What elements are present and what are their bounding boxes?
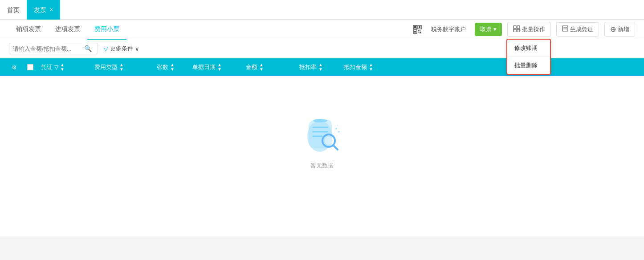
add-button[interactable]: ⊕ 新增 [604, 22, 635, 37]
th-date[interactable]: 单据日期 ▲▼ [189, 63, 242, 72]
svg-rect-11 [517, 26, 520, 28]
nav-home[interactable]: 首页 [0, 0, 27, 20]
th-voucher[interactable]: 凭证 ▽ ▲▼ [37, 63, 91, 72]
tax-account-button[interactable]: 税务数字账户 [428, 25, 469, 33]
batch-dropdown-menu: 修改账期 批量删除 [506, 39, 551, 75]
qr-icon [412, 24, 422, 34]
svg-rect-7 [420, 30, 420, 31]
search-input[interactable] [13, 45, 84, 52]
take-ticket-arrow: ▾ [493, 26, 497, 32]
th-checkbox[interactable] [23, 64, 37, 70]
dropdown-item-batch-delete[interactable]: 批量删除 [507, 57, 550, 74]
more-filter-arrow: ∨ [135, 45, 139, 52]
settings-icon[interactable]: ⚙ [12, 64, 17, 71]
th-deduct-amount-sort-icon[interactable]: ▲▼ [369, 63, 373, 72]
add-icon: ⊕ [610, 25, 616, 33]
th-deduct-rate-label: 抵扣率 [299, 63, 317, 71]
svg-rect-13 [517, 29, 520, 32]
search-icon[interactable]: 🔍 [84, 45, 92, 52]
svg-rect-9 [420, 32, 421, 33]
th-voucher-sort-icon[interactable]: ▲▼ [60, 63, 65, 72]
batch-op-label: 批量操作 [522, 25, 545, 33]
svg-rect-8 [418, 32, 419, 32]
th-deduct-amount-label: 抵扣金额 [344, 63, 367, 71]
th-date-label: 单据日期 [192, 63, 216, 71]
add-label: 新增 [618, 25, 629, 33]
more-filter-label: 更多条件 [110, 45, 133, 53]
sub-nav-tabs: 销项发票 进项发票 费用小票 [9, 19, 126, 40]
th-expense-type[interactable]: 费用类型 ▲▼ [91, 63, 153, 72]
gen-icon-svg [562, 25, 568, 32]
svg-point-24 [337, 125, 338, 126]
tab-sales-invoice[interactable]: 销项发票 [9, 19, 48, 40]
svg-rect-6 [418, 30, 419, 31]
tab-expense-receipt[interactable]: 费用小票 [87, 19, 126, 40]
nav-tab-invoice[interactable]: 发票 × [27, 0, 60, 20]
batch-icon-svg [513, 25, 520, 32]
svg-point-18 [313, 119, 327, 122]
tab-input-invoice[interactable]: 进项发票 [48, 19, 87, 40]
svg-rect-3 [419, 26, 420, 28]
gen-voucher-button[interactable]: 生成凭证 [556, 22, 599, 37]
th-count-label: 张数 [157, 63, 168, 71]
header-checkbox[interactable] [27, 64, 33, 70]
th-voucher-filter-icon: ▽ [54, 64, 58, 70]
empty-state: 暂无数据 [0, 76, 644, 187]
th-expense-type-label: 费用类型 [94, 63, 118, 71]
batch-op-wrap: 批量操作 修改账期 批量删除 [507, 22, 551, 37]
search-wrap: 🔍 [9, 43, 98, 54]
empty-state-icon [300, 112, 344, 156]
th-count-sort-icon[interactable]: ▲▼ [170, 63, 175, 72]
sub-nav: 销项发票 进项发票 费用小票 税务数字账户 取票 ▾ [0, 20, 644, 39]
take-ticket-label: 取票 [480, 25, 492, 33]
nav-tab-label: 发票 [34, 0, 46, 20]
svg-line-21 [333, 145, 338, 150]
th-amount-label: 金额 [246, 63, 257, 71]
dropdown-item-change-period[interactable]: 修改账期 [507, 40, 550, 57]
th-amount-sort-icon[interactable]: ▲▼ [259, 63, 264, 72]
th-deduct-rate[interactable]: 抵扣率 ▲▼ [296, 63, 340, 72]
svg-point-20 [325, 137, 333, 145]
th-amount[interactable]: 金额 ▲▼ [242, 63, 296, 72]
svg-point-22 [335, 128, 337, 130]
empty-state-label: 暂无数据 [310, 162, 334, 170]
batch-op-icon [513, 25, 520, 34]
th-expense-type-sort-icon[interactable]: ▲▼ [119, 63, 124, 72]
th-count[interactable]: 张数 ▲▼ [153, 63, 189, 72]
gen-voucher-label: 生成凭证 [570, 25, 593, 33]
batch-op-button[interactable]: 批量操作 [507, 22, 551, 37]
top-nav: 首页 发票 × [0, 0, 644, 20]
take-ticket-button[interactable]: 取票 ▾ [475, 23, 502, 36]
more-filter-button[interactable]: ▽ 更多条件 ∨ [103, 45, 139, 53]
svg-point-23 [338, 131, 340, 133]
filter-icon: ▽ [103, 45, 108, 52]
svg-rect-1 [414, 26, 416, 28]
th-deduct-amount[interactable]: 抵扣金额 ▲▼ [340, 63, 394, 72]
svg-rect-5 [414, 31, 416, 32]
nav-tab-close-icon[interactable]: × [50, 7, 53, 12]
svg-rect-12 [514, 29, 516, 32]
gen-voucher-icon [562, 25, 568, 33]
sub-nav-actions: 税务数字账户 取票 ▾ 批量操作 修改账期 [412, 22, 635, 37]
th-voucher-label: 凭证 [41, 63, 53, 71]
content-area: ⚙ 凭证 ▽ ▲▼ 费用类型 ▲▼ 张数 ▲▼ 单据日期 ▲▼ [0, 58, 644, 236]
th-deduct-rate-sort-icon[interactable]: ▲▼ [318, 63, 323, 72]
svg-rect-14 [562, 26, 568, 31]
th-settings[interactable]: ⚙ [5, 64, 23, 71]
th-date-sort-icon[interactable]: ▲▼ [217, 63, 222, 72]
qr-icon-button[interactable] [412, 24, 422, 34]
svg-rect-10 [514, 26, 516, 28]
